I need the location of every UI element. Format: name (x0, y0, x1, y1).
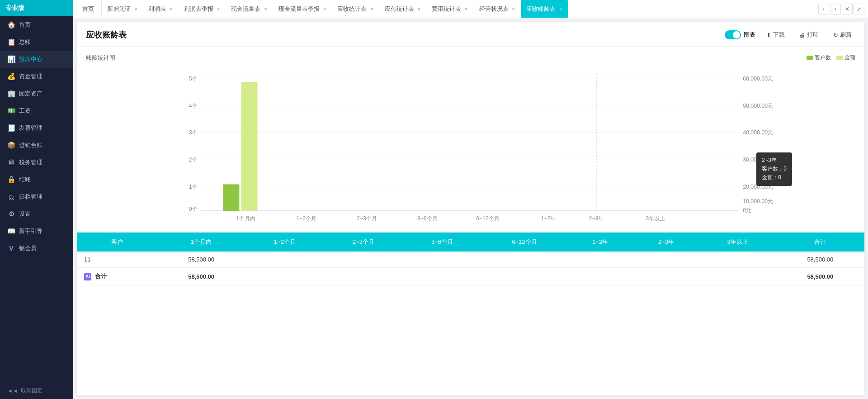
tab-cashflow-q-close[interactable]: × (323, 6, 326, 12)
tab-profit[interactable]: 利润表 × (143, 0, 178, 18)
sidebar-item-guide[interactable]: 📖 新手引导 (0, 223, 73, 240)
tab-profit-label: 利润表 (148, 5, 166, 13)
col-total: 合计 (776, 233, 864, 252)
refresh-button[interactable]: ↻ 刷新 (830, 29, 855, 41)
tab-cashflow-close[interactable]: × (264, 6, 267, 12)
sidebar-label-assets: 固定资产 (19, 90, 42, 98)
tab-cashflow-label: 现金流量表 (231, 5, 260, 13)
total-y12 (567, 268, 633, 285)
legend-amount-color (836, 56, 843, 60)
archive-icon: 🗂 (7, 193, 15, 201)
pin-icon: ◄◄ (7, 388, 18, 394)
chart-toggle[interactable]: 图表 (725, 30, 755, 39)
col-m23: 2~3个月 (324, 233, 403, 252)
svg-text:50,000.00元: 50,000.00元 (743, 103, 773, 109)
header-actions: 图表 ⬇ 下载 🖨 打印 ↻ 刷新 (725, 29, 855, 41)
download-icon: ⬇ (766, 32, 771, 38)
sidebar-item-archive[interactable]: 🗂 归档管理 (0, 188, 73, 205)
sidebar-item-ledger[interactable]: 📋 总账 (0, 33, 73, 51)
svg-text:1个月内: 1个月内 (236, 215, 255, 222)
tab-cashflow-q[interactable]: 现金流量表季报 × (273, 0, 332, 18)
tab-close-all-button[interactable]: ✕ (842, 4, 853, 14)
pin-label: 取消固定 (21, 387, 42, 394)
sidebar-label-inventory: 进销台账 (19, 141, 42, 149)
tab-operation-close[interactable]: × (512, 6, 515, 12)
tab-ar-stat-close[interactable]: × (370, 6, 373, 12)
sidebar-item-assets[interactable]: 🏢 固定资产 (0, 85, 73, 102)
tab-voucher-close[interactable]: × (134, 6, 137, 12)
cell-m12 (245, 252, 324, 268)
tab-profit-q-close[interactable]: × (217, 6, 220, 12)
sidebar-item-invoice[interactable]: 🧾 发票管理 (0, 119, 73, 137)
cell-customer: 11 (77, 252, 157, 268)
download-label: 下载 (773, 31, 785, 39)
sidebar-item-home[interactable]: 🏠 首页 (0, 16, 73, 33)
sidebar-item-inventory[interactable]: 📦 进销台账 (0, 137, 73, 154)
tab-profit-q[interactable]: 利润表季报 × (179, 0, 226, 18)
tab-home-label: 首页 (82, 5, 94, 13)
funds-icon: 💰 (7, 72, 15, 81)
col-y3plus: 3年以上 (699, 233, 776, 252)
tab-prev-button[interactable]: ‹ (818, 4, 829, 14)
chart-container: 5个 4个 3个 2个 1个 0个 60,000.00元 50,000.00元 … (86, 66, 855, 225)
col-m12: 1~2个月 (245, 233, 324, 252)
sidebar-item-vip[interactable]: V 畅会员 (0, 240, 73, 257)
svg-text:3~6个月: 3~6个月 (417, 215, 438, 222)
tab-ar-aging[interactable]: 应收账龄表 × (521, 0, 568, 18)
svg-text:3年以上: 3年以上 (646, 215, 665, 222)
total-y3plus (699, 268, 776, 285)
sidebar-label-funds: 资金管理 (19, 72, 42, 81)
sidebar-label-home: 首页 (19, 21, 31, 29)
tab-profit-close[interactable]: × (170, 6, 172, 12)
tab-bar: 首页 新增凭证 × 利润表 × 利润表季报 × 现金流量表 × 现金流量表季报 … (73, 0, 868, 18)
chart-section: 账龄统计图 客户数 金额 5个 4个 3个 2个 1个 (77, 47, 864, 233)
tab-cashflow[interactable]: 现金流量表 × (226, 0, 273, 18)
tab-operation[interactable]: 经营状况表 × (474, 0, 521, 18)
tab-next-button[interactable]: › (830, 4, 841, 14)
svg-text:2个: 2个 (189, 157, 198, 163)
table-section: 客户 1个月内 1~2个月 2~3个月 3~6个月 6~12个月 1~2年 2~… (77, 233, 864, 294)
tab-ap-stat-label: 应付统计表 (385, 5, 414, 13)
tab-ar-stat[interactable]: 应收统计表 × (332, 0, 379, 18)
tab-expense[interactable]: 费用统计表 × (426, 0, 473, 18)
pin-toggle[interactable]: ◄◄ 取消固定 (0, 382, 73, 399)
table-total-row: Ai 合计 58,500.00 58,500.00 (77, 268, 864, 285)
sidebar-item-tax[interactable]: 🏛 税务管理 (0, 154, 73, 171)
legend-customer-color (807, 56, 813, 60)
print-label: 打印 (807, 31, 819, 39)
total-m23 (324, 268, 403, 285)
home-icon: 🏠 (7, 21, 15, 29)
sidebar-item-settings[interactable]: ⚙ 设置 (0, 205, 73, 223)
svg-text:2~3个月: 2~3个月 (357, 215, 377, 222)
toggle-knob[interactable] (725, 30, 741, 39)
sidebar-label-salary: 工资 (19, 107, 31, 115)
print-button[interactable]: 🖨 打印 (796, 29, 822, 41)
tab-expense-close[interactable]: × (465, 6, 467, 12)
cell-m23 (324, 252, 403, 268)
total-m12 (245, 268, 324, 285)
tab-nav-buttons: ‹ › ✕ ⤢ (818, 4, 866, 14)
tab-ap-stat[interactable]: 应付统计表 × (379, 0, 426, 18)
total-total: 58,500.00 (776, 268, 864, 285)
download-button[interactable]: ⬇ 下载 (763, 29, 788, 41)
sidebar-item-closing[interactable]: 🔒 结账 (0, 171, 73, 188)
tab-ap-stat-close[interactable]: × (418, 6, 420, 12)
total-icon: Ai (84, 273, 91, 280)
tab-cashflow-q-label: 现金流量表季报 (278, 5, 320, 13)
tab-home[interactable]: 首页 (75, 0, 102, 18)
legend-customer-label: 客户数 (815, 54, 831, 62)
svg-text:10,000.00元: 10,000.00元 (743, 198, 773, 204)
sidebar-item-funds[interactable]: 💰 资金管理 (0, 68, 73, 85)
assets-icon: 🏢 (7, 90, 15, 98)
tab-voucher[interactable]: 新增凭证 × (102, 0, 143, 18)
ledger-icon: 📋 (7, 38, 15, 46)
chart-svg: 5个 4个 3个 2个 1个 0个 60,000.00元 50,000.00元 … (86, 66, 855, 225)
sidebar-item-reports[interactable]: 📊 报表中心 (0, 51, 73, 68)
tab-ar-aging-close[interactable]: × (559, 6, 562, 12)
tab-ar-aging-label: 应收账龄表 (526, 5, 556, 13)
sidebar-item-salary[interactable]: 💵 工资 (0, 102, 73, 119)
col-m36: 3~6个月 (403, 233, 481, 252)
tab-fullscreen-button[interactable]: ⤢ (854, 4, 864, 14)
print-icon: 🖨 (799, 32, 805, 38)
toggle-label: 图表 (744, 31, 755, 39)
